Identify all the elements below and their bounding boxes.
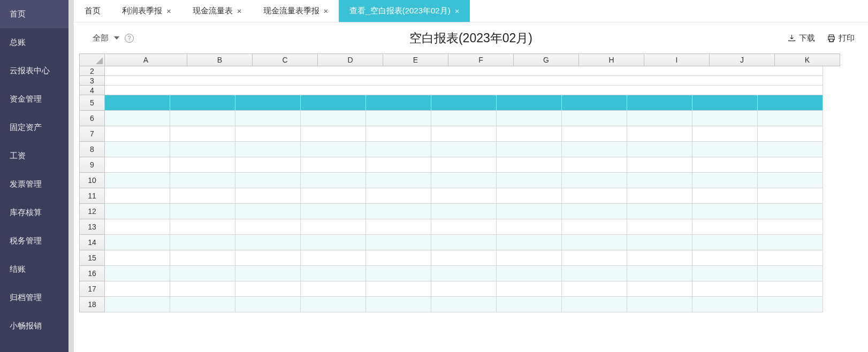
row-header-4[interactable]: 4 <box>79 86 105 95</box>
cell-H11[interactable] <box>562 188 627 204</box>
cell-D18[interactable] <box>301 297 366 312</box>
download-button[interactable]: 下载 <box>787 33 815 43</box>
sidebar-scrollbar[interactable] <box>68 0 74 352</box>
cell-E18[interactable] <box>366 297 431 312</box>
sidebar-item-3[interactable]: 资金管理 <box>0 85 68 113</box>
cell-I5[interactable] <box>627 95 692 111</box>
cell-B18[interactable] <box>170 297 235 312</box>
cell-J4[interactable] <box>692 86 758 95</box>
close-icon[interactable]: × <box>324 6 329 16</box>
cell-G10[interactable] <box>497 173 562 188</box>
cell-B11[interactable] <box>170 188 235 204</box>
help-icon[interactable]: ? <box>125 34 134 43</box>
cell-C9[interactable] <box>235 157 301 173</box>
cell-D11[interactable] <box>301 188 366 204</box>
cell-E14[interactable] <box>366 235 431 250</box>
cell-A9[interactable] <box>105 157 170 173</box>
column-header-D[interactable]: D <box>318 53 383 66</box>
cell-D15[interactable] <box>301 250 366 266</box>
cell-J7[interactable] <box>692 126 758 142</box>
cell-F3[interactable] <box>431 76 497 86</box>
cell-F5[interactable] <box>431 95 497 111</box>
column-header-B[interactable]: B <box>187 53 253 66</box>
cell-H2[interactable] <box>562 66 627 76</box>
row-header-6[interactable]: 6 <box>79 111 105 126</box>
cell-F11[interactable] <box>431 188 497 204</box>
column-header-G[interactable]: G <box>514 53 579 66</box>
cell-K3[interactable] <box>758 76 823 86</box>
cell-F9[interactable] <box>431 157 497 173</box>
cell-C2[interactable] <box>235 66 301 76</box>
cell-G17[interactable] <box>497 281 562 297</box>
cell-H15[interactable] <box>562 250 627 266</box>
cell-C5[interactable] <box>235 95 301 111</box>
cell-B5[interactable] <box>170 95 235 111</box>
cell-C7[interactable] <box>235 126 301 142</box>
row-header-16[interactable]: 16 <box>79 266 105 281</box>
cell-B17[interactable] <box>170 281 235 297</box>
cell-J10[interactable] <box>692 173 758 188</box>
cell-K13[interactable] <box>758 219 823 235</box>
cell-J16[interactable] <box>692 266 758 281</box>
cell-B12[interactable] <box>170 204 235 219</box>
cell-F6[interactable] <box>431 111 497 126</box>
sidebar-item-1[interactable]: 总账 <box>0 28 68 57</box>
cell-K6[interactable] <box>758 111 823 126</box>
cell-I11[interactable] <box>627 188 692 204</box>
cell-C3[interactable] <box>235 76 301 86</box>
row-header-17[interactable]: 17 <box>79 281 105 297</box>
cell-A4[interactable] <box>105 86 170 95</box>
cell-K14[interactable] <box>758 235 823 250</box>
cell-E4[interactable] <box>366 86 431 95</box>
cell-B13[interactable] <box>170 219 235 235</box>
cell-F10[interactable] <box>431 173 497 188</box>
cell-J6[interactable] <box>692 111 758 126</box>
cell-G5[interactable] <box>497 95 562 111</box>
cell-G4[interactable] <box>497 86 562 95</box>
cell-G14[interactable] <box>497 235 562 250</box>
cell-F14[interactable] <box>431 235 497 250</box>
row-header-10[interactable]: 10 <box>79 173 105 188</box>
cell-H6[interactable] <box>562 111 627 126</box>
cell-K18[interactable] <box>758 297 823 312</box>
cell-E5[interactable] <box>366 95 431 111</box>
cell-D7[interactable] <box>301 126 366 142</box>
cell-E11[interactable] <box>366 188 431 204</box>
cell-F4[interactable] <box>431 86 497 95</box>
row-header-9[interactable]: 9 <box>79 157 105 173</box>
cell-E7[interactable] <box>366 126 431 142</box>
cell-C16[interactable] <box>235 266 301 281</box>
cell-E17[interactable] <box>366 281 431 297</box>
cell-I7[interactable] <box>627 126 692 142</box>
cell-G11[interactable] <box>497 188 562 204</box>
cell-D4[interactable] <box>301 86 366 95</box>
cell-K4[interactable] <box>758 86 823 95</box>
cell-B14[interactable] <box>170 235 235 250</box>
cell-F13[interactable] <box>431 219 497 235</box>
close-icon[interactable]: × <box>237 6 242 16</box>
print-button[interactable]: 打印 <box>827 33 855 43</box>
column-header-A[interactable]: A <box>105 53 187 66</box>
column-header-H[interactable]: H <box>579 53 644 66</box>
sidebar-item-4[interactable]: 固定资产 <box>0 113 68 142</box>
cell-H8[interactable] <box>562 142 627 157</box>
cell-I3[interactable] <box>627 76 692 86</box>
cell-G2[interactable] <box>497 66 562 76</box>
cell-E3[interactable] <box>366 76 431 86</box>
cell-K2[interactable] <box>758 66 823 76</box>
sidebar-item-9[interactable]: 结账 <box>0 255 68 284</box>
cell-E2[interactable] <box>366 66 431 76</box>
cell-K12[interactable] <box>758 204 823 219</box>
filter-dropdown[interactable]: 全部 ? <box>93 33 134 43</box>
cell-D12[interactable] <box>301 204 366 219</box>
cell-H12[interactable] <box>562 204 627 219</box>
cell-I12[interactable] <box>627 204 692 219</box>
row-header-11[interactable]: 11 <box>79 188 105 204</box>
cell-J18[interactable] <box>692 297 758 312</box>
column-header-K[interactable]: K <box>775 53 840 66</box>
cell-A3[interactable] <box>105 76 170 86</box>
cell-K10[interactable] <box>758 173 823 188</box>
cell-D3[interactable] <box>301 76 366 86</box>
row-header-15[interactable]: 15 <box>79 250 105 266</box>
cell-K15[interactable] <box>758 250 823 266</box>
